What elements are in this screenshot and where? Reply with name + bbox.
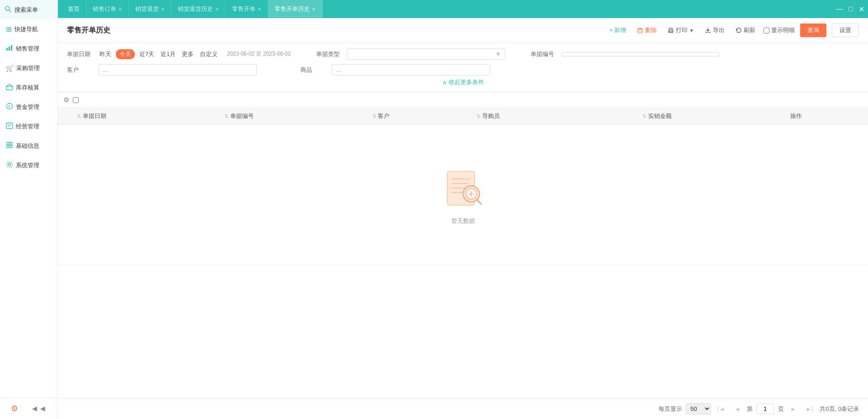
sidebar-item-base[interactable]: 基础信息 <box>0 136 57 155</box>
goods-label: 商品 <box>300 66 312 74</box>
tab-retail-history-label: 零售开单历史 <box>275 5 310 13</box>
sidebar-item-warehouse[interactable]: 库存核算 <box>0 78 57 97</box>
date-option-today[interactable]: 今天 <box>116 49 135 59</box>
minimize-button[interactable]: — <box>836 5 843 13</box>
th-customer-label: 客户 <box>378 113 389 119</box>
sidebar-search[interactable]: 搜索采单 <box>0 0 57 19</box>
sidebar-item-system[interactable]: 系统管理 <box>0 155 57 175</box>
th-checkbox <box>58 108 71 125</box>
select-all-checkbox[interactable] <box>73 97 79 103</box>
svg-rect-12 <box>10 142 12 145</box>
svg-rect-5 <box>6 86 13 90</box>
refresh-icon <box>735 27 742 33</box>
date-option-yesterday[interactable]: 昨天 <box>98 49 113 59</box>
filter-row-1: 单据日期 昨天 今天 近7天 近1月 更多 自定义 2023-06-02 至 2… <box>67 48 859 60</box>
date-option-more[interactable]: 更多 <box>180 49 195 59</box>
tab-retail-history-close[interactable]: ✕ <box>312 6 316 12</box>
order-no-input[interactable] <box>561 52 720 56</box>
tabs-bar: 首页 销售订单 ✕ 销货退货 ✕ 销货退货历史 ✕ 零售开单 ✕ 零售开单历史 … <box>58 0 868 18</box>
tab-sales-return-label: 销货退货 <box>135 5 159 13</box>
print-button[interactable]: 打印 ▼ <box>665 24 697 36</box>
th-customer-sort-icon: ⇅ <box>372 113 376 119</box>
tab-sales-return-history[interactable]: 销货退货历史 ✕ <box>171 0 226 18</box>
content-area: 零售开单历史 + 新增 删除 打印 ▼ 导出 刷新 <box>58 18 868 419</box>
sidebar-item-label: 快捷导航 <box>14 25 38 33</box>
print-icon <box>668 27 674 33</box>
tab-home[interactable]: 首页 <box>62 0 86 18</box>
tab-retail-history[interactable]: 零售开单历史 ✕ <box>268 0 323 18</box>
sidebar-item-operations[interactable]: 经营管理 <box>0 117 57 136</box>
query-button[interactable]: 查询 <box>800 24 826 37</box>
svg-rect-8 <box>6 123 13 128</box>
svg-text:$: $ <box>8 104 10 108</box>
new-button[interactable]: + 新增 <box>607 24 629 36</box>
warehouse-icon <box>6 83 13 92</box>
th-guide[interactable]: ⇅ 导购员 <box>471 108 597 125</box>
next-page-button[interactable]: ► <box>787 405 799 414</box>
finance-icon: $ <box>6 103 13 111</box>
sidebar-item-label: 经营管理 <box>16 122 39 131</box>
per-page-select[interactable]: 50 100 200 <box>686 403 711 414</box>
refresh-button[interactable]: 刷新 <box>733 24 758 36</box>
data-table: ⇅ 单据日期 ⇅ 单据编号 ⇅ 客户 ⇅ 导购员 <box>58 108 868 265</box>
window-controls: — □ ✕ <box>836 5 864 14</box>
date-option-custom[interactable]: 自定义 <box>198 49 219 59</box>
tab-retail-open[interactable]: 零售开单 ✕ <box>226 0 268 18</box>
chart-icon <box>6 44 13 53</box>
sidebar-item-label: 基础信息 <box>16 142 39 150</box>
th-customer[interactable]: ⇅ 客户 <box>367 108 471 125</box>
export-button[interactable]: 导出 <box>702 24 727 36</box>
th-guide-sort-icon: ⇅ <box>476 113 480 119</box>
delete-button[interactable]: 删除 <box>634 24 659 36</box>
settings-icon[interactable]: ⚙ <box>11 404 18 414</box>
sidebar-bottom: ⚙ ◄◄ <box>0 398 57 419</box>
tab-sales-return-close[interactable]: ✕ <box>161 6 165 12</box>
sidebar-item-purchase[interactable]: 🛒 采购管理 <box>0 59 57 78</box>
date-option-7days[interactable]: 近7天 <box>138 49 156 59</box>
display-toggle[interactable]: 显示明细 <box>764 26 795 34</box>
page-title: 零售开单历史 <box>67 26 110 35</box>
prev-page-button[interactable]: ◄ <box>731 405 743 414</box>
cart-icon: 🛒 <box>6 65 14 72</box>
table-area: ⚙ ⇅ 单据日期 ⇅ 单据编号 <box>58 92 868 398</box>
customer-label: 客户 <box>67 66 79 74</box>
goods-input[interactable]: ... <box>332 64 490 75</box>
sidebar-item-finance[interactable]: $ 资金管理 <box>0 97 57 117</box>
column-settings-icon[interactable]: ⚙ <box>63 96 69 104</box>
th-amount[interactable]: ⇅ 实销金额 <box>637 108 784 125</box>
tab-sales-order[interactable]: 销售订单 ✕ <box>86 0 129 18</box>
date-option-1month[interactable]: 近1月 <box>159 49 177 59</box>
maximize-button[interactable]: □ <box>849 5 853 13</box>
tab-sales-order-close[interactable]: ✕ <box>118 6 122 12</box>
tab-sales-return-history-close[interactable]: ✕ <box>215 6 219 12</box>
svg-line-28 <box>477 199 481 204</box>
search-icon <box>5 5 12 14</box>
collapse-icon[interactable]: ◄◄ <box>31 404 47 414</box>
close-button[interactable]: ✕ <box>859 5 864 14</box>
first-page-button[interactable]: |◄ <box>715 405 728 414</box>
page-number-input[interactable] <box>756 404 774 414</box>
svg-rect-3 <box>9 47 10 51</box>
per-page-label: 每页显示 <box>659 405 682 413</box>
ops-icon <box>6 122 13 131</box>
setting-button[interactable]: 设置 <box>832 24 859 37</box>
page-label-pre: 第 <box>747 405 753 413</box>
page-label: 页 <box>778 405 784 413</box>
tab-retail-open-close[interactable]: ✕ <box>257 6 261 12</box>
print-dropdown-icon[interactable]: ▼ <box>689 28 694 33</box>
collapse-row[interactable]: ∧ 收起更多条件 <box>67 78 859 86</box>
sidebar-item-quick-nav[interactable]: ⊞ 快捷导航 <box>0 19 57 39</box>
pagination: 每页显示 50 100 200 |◄ ◄ 第 页 ► ►| 共0页, 0条记录 <box>58 398 868 419</box>
customer-input[interactable]: ... <box>99 64 257 75</box>
sidebar-item-label: 销售管理 <box>16 45 39 53</box>
last-page-button[interactable]: ►| <box>803 405 816 414</box>
trash-icon <box>637 27 643 33</box>
th-date[interactable]: ⇅ 单据日期 <box>71 108 219 125</box>
export-label: 导出 <box>713 26 725 34</box>
sidebar-item-sales[interactable]: 销售管理 <box>0 39 57 59</box>
th-no[interactable]: ⇅ 单据编号 <box>219 108 366 125</box>
order-no-label: 单据编号 <box>531 50 554 58</box>
order-type-select[interactable]: ▼ <box>347 48 505 60</box>
display-checkbox[interactable] <box>764 28 769 33</box>
tab-sales-return[interactable]: 销货退货 ✕ <box>129 0 171 18</box>
